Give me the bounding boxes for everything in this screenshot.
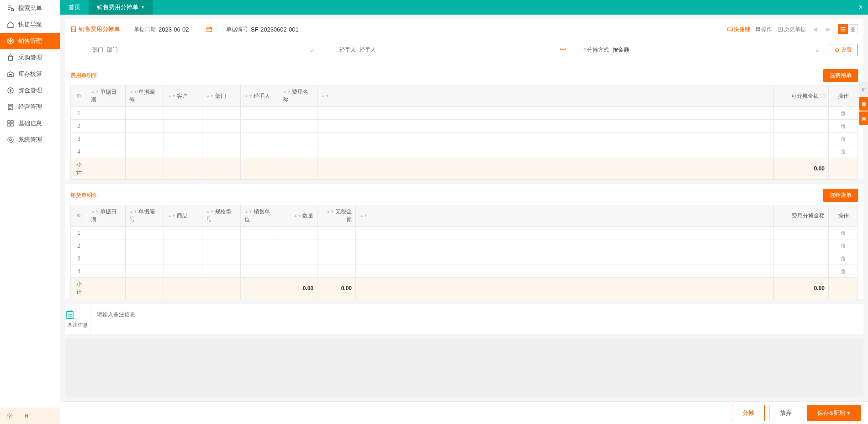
remarks-tab[interactable]: 备注信息 bbox=[65, 304, 90, 334]
table-row[interactable]: 2🗑 bbox=[71, 120, 858, 132]
trash-icon[interactable]: 🗑 bbox=[841, 230, 846, 236]
history-link[interactable]: 历史单据 bbox=[778, 26, 806, 33]
view-list-button[interactable] bbox=[838, 24, 848, 34]
side-button-3[interactable]: ▣ bbox=[859, 111, 868, 125]
handler-input[interactable] bbox=[360, 47, 560, 53]
col-product[interactable]: ▲▼商品 bbox=[164, 205, 202, 227]
sidebar-item-purchase[interactable]: 采购管理 bbox=[0, 49, 60, 66]
svg-point-16 bbox=[9, 415, 11, 417]
operate-link[interactable]: 操作 bbox=[756, 26, 772, 33]
chevron-down-icon[interactable]: ⌄ bbox=[309, 47, 314, 53]
trash-icon[interactable]: 🗑 bbox=[841, 148, 846, 155]
section-title: 费用单明细 bbox=[70, 72, 98, 80]
form-row: 部门 ⌄ 经手人 ••• *分摊方式 ⌄ bbox=[65, 39, 863, 64]
col-amt-notax[interactable]: ▲▼无税金额 bbox=[318, 205, 356, 227]
col-qty[interactable]: ▲▼数量 bbox=[279, 205, 318, 227]
trash-icon[interactable]: 🗑 bbox=[841, 110, 846, 117]
sidebar: 搜索菜单 快捷导航 销售管理 采购管理 库存核算 资金管理 bbox=[0, 0, 60, 424]
save-new-button[interactable]: 保存&新增 ▾ bbox=[807, 405, 861, 421]
calendar-icon[interactable] bbox=[206, 26, 212, 32]
col-spec[interactable]: ▲▼规格型号 bbox=[202, 205, 241, 227]
next-doc-icon[interactable]: ▶ bbox=[825, 26, 832, 32]
trash-icon[interactable]: 🗑 bbox=[841, 268, 846, 275]
sales-table: ⚙ ▲▼单据日期 ▲▼单据编号 ▲▼商品 ▲▼规格型号 ▲▼销售单位 ▲▼数量 … bbox=[70, 205, 858, 299]
sidebar-item-finance[interactable]: 资金管理 bbox=[0, 82, 60, 99]
sidebar-item-basic-info[interactable]: 基础信息 bbox=[0, 115, 60, 132]
col-docno[interactable]: ▲▼单据编号 bbox=[126, 85, 164, 107]
table-row[interactable]: 4🗑 bbox=[71, 265, 858, 278]
sidebar-item-inventory[interactable]: 库存核算 bbox=[0, 66, 60, 82]
chevron-down-icon[interactable]: ⌄ bbox=[815, 47, 820, 53]
table-row[interactable]: 1🗑 bbox=[71, 227, 858, 239]
prev-doc-icon[interactable]: ◀ bbox=[811, 26, 819, 32]
sidebar-item-system[interactable]: 系统管理 bbox=[0, 132, 60, 148]
field-label: 单据日期 bbox=[134, 26, 156, 33]
svg-rect-27 bbox=[758, 27, 760, 29]
tab-home[interactable]: 首页 bbox=[60, 0, 89, 15]
sort-icon: ▲▼ bbox=[206, 211, 214, 213]
remarks-textarea[interactable] bbox=[90, 304, 863, 334]
grid-icon bbox=[6, 119, 15, 127]
sidebar-item-operation[interactable]: 经营管理 bbox=[0, 99, 60, 115]
side-button-1[interactable]: ◐ bbox=[859, 82, 868, 96]
tab-sales-expense-allocation[interactable]: 销售费用分摊单 × bbox=[89, 0, 153, 15]
help-icon[interactable]: ⓘ bbox=[820, 93, 825, 99]
gear-header[interactable]: ⚙ bbox=[71, 85, 87, 107]
col-fee-name[interactable]: ▲▼费用名称 bbox=[279, 85, 318, 107]
gear-icon: ⚙ bbox=[835, 47, 840, 53]
close-all-tabs[interactable]: × bbox=[853, 0, 868, 15]
discard-button[interactable]: 放弃 bbox=[769, 405, 802, 421]
side-button-2[interactable]: ▣ bbox=[859, 97, 868, 111]
sidebar-item-sales[interactable]: 销售管理 bbox=[0, 33, 60, 49]
sidebar-item-label: 资金管理 bbox=[18, 86, 42, 95]
view-grid-button[interactable] bbox=[848, 24, 858, 34]
trash-icon[interactable]: 🗑 bbox=[841, 136, 846, 142]
table-row[interactable]: 3🗑 bbox=[71, 252, 858, 265]
gear-dashed-icon bbox=[6, 136, 15, 144]
trash-icon[interactable]: 🗑 bbox=[841, 255, 846, 262]
sidebar-item-quick-nav[interactable]: 快捷导航 bbox=[0, 16, 60, 33]
more-icon[interactable]: ••• bbox=[560, 47, 567, 53]
view-toggle bbox=[838, 24, 858, 34]
table-row[interactable]: 1🗑 bbox=[71, 107, 858, 120]
col-fee-alloc[interactable]: 费用分摊金额 bbox=[774, 205, 829, 227]
col-unit[interactable]: ▲▼销售单位 bbox=[241, 205, 279, 227]
doc-date-input[interactable] bbox=[156, 25, 206, 34]
svg-rect-25 bbox=[728, 28, 733, 31]
dept-input[interactable] bbox=[107, 47, 309, 53]
col-date[interactable]: ▲▼单据日期 bbox=[87, 85, 126, 107]
svg-rect-17 bbox=[25, 414, 26, 418]
doc-number-input[interactable] bbox=[248, 25, 317, 34]
table-row[interactable]: 2🗑 bbox=[71, 239, 858, 252]
sidebar-item-search-menu[interactable]: 搜索菜单 bbox=[0, 0, 60, 16]
col-date[interactable]: ▲▼单据日期 bbox=[87, 205, 126, 227]
svg-rect-34 bbox=[851, 27, 853, 29]
subtotal-row: 小计0.00 bbox=[71, 158, 858, 180]
settings-button[interactable]: ⚙ 设置 bbox=[829, 44, 858, 56]
method-input[interactable] bbox=[613, 47, 815, 53]
tab-label: 首页 bbox=[69, 3, 80, 11]
table-row[interactable]: 4🗑 bbox=[71, 145, 858, 158]
trash-icon[interactable]: 🗑 bbox=[841, 243, 846, 249]
close-icon[interactable]: × bbox=[141, 4, 144, 11]
gear-icon[interactable] bbox=[6, 413, 13, 419]
sort-icon: ▲▼ bbox=[321, 95, 329, 97]
table-row[interactable]: 3🗑 bbox=[71, 132, 858, 145]
col-customer[interactable]: ▲▼客户 bbox=[164, 85, 202, 107]
trash-icon[interactable]: 🗑 bbox=[841, 123, 846, 129]
collapse-icon[interactable] bbox=[24, 413, 30, 419]
col-dept[interactable]: ▲▼部门 bbox=[202, 85, 241, 107]
col-handler[interactable]: ▲▼经手人 bbox=[241, 85, 279, 107]
col-docno[interactable]: ▲▼单据编号 bbox=[126, 205, 164, 227]
col-alloc-amt[interactable]: 可分摊金额ⓘ bbox=[774, 85, 829, 107]
select-expense-button[interactable]: 选费用单 bbox=[823, 69, 858, 82]
sidebar-item-label: 销售管理 bbox=[18, 37, 42, 45]
footer: 分摊 放弃 保存&新增 ▾ bbox=[60, 401, 868, 424]
gear-header[interactable]: ⚙ bbox=[71, 205, 87, 227]
shortcut-link[interactable]: 快捷键 bbox=[727, 26, 750, 33]
notepad-icon bbox=[65, 310, 90, 320]
svg-rect-13 bbox=[11, 124, 13, 126]
allocate-button[interactable]: 分摊 bbox=[732, 405, 765, 421]
select-sales-button[interactable]: 选销货单 bbox=[823, 189, 858, 202]
svg-rect-10 bbox=[8, 121, 10, 123]
